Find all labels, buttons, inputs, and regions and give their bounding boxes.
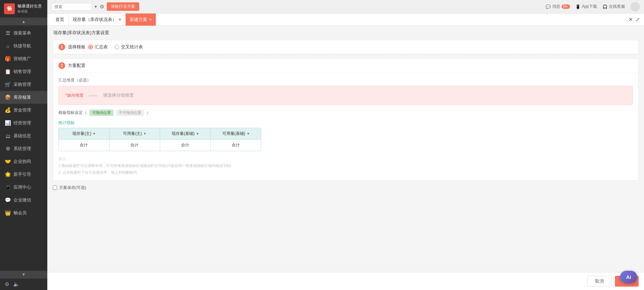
sidebar-item-label: 系统管理 bbox=[14, 146, 31, 152]
radio-summary-label: 汇总表 bbox=[95, 44, 108, 50]
sidebar-item-finance[interactable]: 💰 资金管理 bbox=[0, 104, 47, 117]
radio-summary[interactable]: 汇总表 bbox=[88, 44, 108, 50]
radio-cross-circle bbox=[115, 45, 119, 49]
sidebar-item-new-guide[interactable]: 🌟 新手引导 bbox=[0, 168, 47, 181]
stats-cell-1: 合计 bbox=[59, 140, 109, 151]
logo-text: 畅康通好生意 标准版 bbox=[18, 4, 42, 14]
stats-header-col4[interactable]: 可用量(基辅) ▾ bbox=[210, 128, 261, 139]
stats-table-header: 现存量(主) ▾ 可用量(主) ▾ 现存量(基辅) ▾ 可用量(基辅) bbox=[59, 128, 261, 139]
sidebar-item-inventory[interactable]: 📦 库存核算 bbox=[0, 91, 47, 104]
tips-title: 提示： bbox=[58, 157, 70, 161]
dropdown-icon-1[interactable]: ▾ bbox=[93, 131, 95, 136]
new-plan-tab-close[interactable]: × bbox=[149, 17, 152, 22]
sidebar-bottom: ⚙ 🔈 bbox=[0, 278, 47, 290]
dimension-dash: —— bbox=[89, 93, 98, 98]
sidebar-item-operation[interactable]: 📊 经营管理 bbox=[0, 117, 47, 129]
sidebar-item-system[interactable]: ⚙ 系统管理 bbox=[0, 142, 47, 155]
sidebar-item-label: 采购管理 bbox=[14, 81, 31, 88]
sidebar-item-label: 企业协同 bbox=[14, 159, 31, 165]
sidebar-scroll-down[interactable]: ▼ bbox=[0, 271, 47, 278]
tabbar-close-btn[interactable]: ✕ bbox=[628, 16, 633, 23]
home-tab-label: 首页 bbox=[55, 17, 64, 23]
step2-body: 汇总维度（必选） *纵向维度 —— 请选择分组维度 模板指标设定（ 可拖动位置 … bbox=[53, 73, 638, 180]
online-support-item[interactable]: 🎧 在线客服 bbox=[602, 4, 625, 9]
sidebar-item-basic-info[interactable]: 🗂 基础信息 bbox=[0, 129, 47, 142]
stats-table: 现存量(主) ▾ 可用量(主) ▾ 现存量(基辅) ▾ 可用量(基辅) bbox=[58, 128, 261, 151]
enterprise-icon: 🤝 bbox=[5, 159, 11, 165]
sidebar-item-label: 快捷导航 bbox=[14, 43, 31, 49]
dimension-area[interactable]: *纵向维度 —— 请选择分组维度 bbox=[58, 86, 633, 105]
topbar-right: 💬 消息 99+ 📱 App下载 🎧 在线客服 bbox=[546, 2, 640, 11]
ai-fab-button[interactable]: Ai bbox=[620, 271, 637, 283]
tabbar-actions: ✕ ⤢ bbox=[628, 16, 640, 23]
sidebar-nav: ☰ 搜索菜单 ⌂ 快捷导航 🎁 营销推广 📋 销售管理 🛒 采购管理 📦 库存核… bbox=[0, 25, 47, 271]
header-label-2: 可用量(主) bbox=[123, 131, 142, 137]
purchase-icon: 🛒 bbox=[5, 81, 11, 88]
indicator-settings: 模板指标设定（ 可拖动位置 不可拖动位置 ） bbox=[58, 110, 633, 116]
app-download-item[interactable]: 📱 App下载 bbox=[575, 4, 597, 9]
sidebar-item-enterprise-wechat[interactable]: 💬 企业微信 bbox=[0, 194, 47, 207]
sidebar-item-label: 营销推广 bbox=[14, 56, 31, 62]
cell-value-4: 合计 bbox=[232, 142, 240, 148]
cancel-button[interactable]: 取消 bbox=[587, 276, 612, 287]
sidebar-item-vip[interactable]: 👑 畅会员 bbox=[0, 207, 47, 219]
search-input[interactable] bbox=[51, 3, 92, 10]
headset-icon: 🎧 bbox=[602, 4, 608, 9]
sidebar-item-sales[interactable]: 📋 销售管理 bbox=[0, 65, 47, 78]
settings-icon[interactable]: ⚙ bbox=[5, 281, 9, 287]
step2-badge: 2 bbox=[58, 62, 65, 69]
tabbar-expand-btn[interactable]: ⤢ bbox=[636, 16, 640, 23]
sidebar-item-quick-nav[interactable]: ⌂ 快捷导航 bbox=[0, 40, 47, 52]
tab-home[interactable]: 首页 bbox=[51, 14, 69, 26]
cell-value-1: 合计 bbox=[80, 142, 88, 148]
industry-solution-button[interactable]: 体验行业方案 bbox=[107, 2, 139, 11]
save-option: 方案保存(可选) bbox=[53, 185, 639, 191]
inventory-icon: 📦 bbox=[5, 94, 11, 100]
cell-value-2: 合计 bbox=[130, 142, 139, 148]
sidebar-item-enterprise-coop[interactable]: 🤝 企业协同 bbox=[0, 155, 47, 168]
step2-title: 方案配置 bbox=[68, 63, 85, 69]
sidebar-item-label: 企业微信 bbox=[14, 197, 31, 203]
quick-nav-icon: ⌂ bbox=[5, 43, 11, 49]
messages-label: 消息 bbox=[552, 4, 560, 9]
sidebar-scroll-up[interactable]: ▲ bbox=[0, 18, 47, 25]
sidebar-item-label: 搜索菜单 bbox=[14, 30, 31, 36]
sidebar-item-label: 新手引导 bbox=[14, 171, 31, 177]
app-center-icon: 📱 bbox=[5, 184, 11, 190]
tab-new-plan[interactable]: 新建方案 × bbox=[126, 14, 156, 26]
sidebar-item-marketing[interactable]: 🎁 营销推广 bbox=[0, 52, 47, 65]
sales-icon: 📋 bbox=[5, 69, 11, 75]
user-avatar[interactable] bbox=[630, 2, 640, 11]
search-dropdown-btn[interactable]: ▾ bbox=[95, 4, 97, 9]
step1-badge: 1 bbox=[58, 44, 65, 50]
indicator-settings-label: 模板指标设定（ bbox=[58, 110, 87, 116]
cell-value-3: 合计 bbox=[181, 142, 189, 148]
sidebar-item-app-center[interactable]: 📱 应用中心 bbox=[0, 181, 47, 194]
step1-title: 选择模板 bbox=[68, 44, 85, 50]
radio-summary-circle bbox=[88, 45, 93, 49]
stats-header-col2[interactable]: 可用量(主) ▾ bbox=[109, 128, 160, 139]
dropdown-icon-3[interactable]: ▾ bbox=[197, 131, 199, 136]
inventory-tab-close[interactable]: × bbox=[119, 17, 121, 22]
speaker-icon[interactable]: 🔈 bbox=[13, 281, 20, 287]
inventory-tab-label: 现存量（库存状况表） bbox=[73, 17, 117, 23]
sidebar-item-search-menu[interactable]: ☰ 搜索菜单 bbox=[0, 27, 47, 40]
sidebar-item-label: 应用中心 bbox=[14, 184, 31, 190]
stats-header-col1[interactable]: 现存量(主) ▾ bbox=[59, 128, 109, 139]
sidebar-item-purchase[interactable]: 🛒 采购管理 bbox=[0, 78, 47, 91]
messages-item[interactable]: 💬 消息 99+ bbox=[546, 4, 570, 9]
tab-inventory[interactable]: 现存量（库存状况表） × bbox=[69, 14, 126, 26]
dropdown-icon-4[interactable]: ▾ bbox=[247, 131, 249, 136]
main-area: ▾ ⚙ 体验行业方案 💬 消息 99+ 📱 App下载 🎧 在线客服 首页 bbox=[47, 0, 644, 290]
sidebar-item-label: 经营管理 bbox=[14, 120, 31, 126]
radio-cross-label: 交叉统计表 bbox=[121, 44, 143, 50]
radio-cross[interactable]: 交叉统计表 bbox=[115, 44, 143, 50]
sidebar-logo: 畅 畅康通好生意 标准版 bbox=[0, 0, 47, 18]
step1-header: 1 选择模板 汇总表 交叉统计表 bbox=[53, 40, 638, 54]
dropdown-icon-2[interactable]: ▾ bbox=[144, 131, 146, 136]
new-guide-icon: 🌟 bbox=[5, 171, 11, 177]
topbar-gear-btn[interactable]: ⚙ bbox=[100, 4, 104, 10]
save-checkbox[interactable] bbox=[53, 186, 57, 190]
stats-header-col3[interactable]: 现存量(基辅) ▾ bbox=[160, 128, 211, 139]
messages-badge: 99+ bbox=[562, 4, 570, 9]
